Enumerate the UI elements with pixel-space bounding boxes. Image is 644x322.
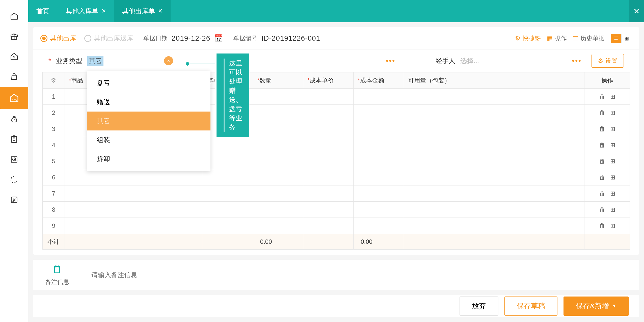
tab-other-out[interactable]: 其他出库单✕ [114,0,171,22]
tab-other-out-label: 其他出库单 [122,7,155,16]
delete-icon[interactable]: 🗑 [599,93,605,100]
col-ops-header: 操作 [584,72,630,89]
nav-bag-icon[interactable] [9,72,19,82]
view-grid-button[interactable]: ▦ [621,34,632,43]
nav-home-icon[interactable] [9,11,19,21]
operation-link[interactable]: ▦操作 [547,34,567,42]
delete-icon[interactable]: 🗑 [599,142,605,149]
remarks-label-col: 🗒 备注信息 [33,260,81,290]
content: 其他出库 其他出库退库 单据日期 2019-12-26 📅 单据编号 ID-20… [28,22,644,322]
nav-clipboard-icon[interactable] [9,134,19,144]
view-toggle: ☰ ▦ [611,34,632,43]
grid-icon: ▦ [547,35,553,42]
row-index: 6 [43,169,65,185]
nav-contacts-icon[interactable] [9,154,19,165]
shortcut-link[interactable]: ⚙快捷键 [515,34,541,42]
col-qty-header: *数量 [253,72,303,89]
required-star: * [48,57,51,65]
tab-other-in-label: 其他入库单 [66,7,98,16]
close-icon[interactable]: ✕ [158,8,163,14]
add-row-icon[interactable]: ⊞ [610,142,615,149]
close-all-icon[interactable]: ✕ [629,0,644,22]
subtotal-qty: 0.00 [253,234,303,250]
row-index: 2 [43,105,65,121]
nav-house-dollar-icon[interactable]: $ [9,51,19,62]
close-icon[interactable]: ✕ [101,8,106,14]
biz-type-field: * 业务类型 其它 盘亏 赠送 其它 组装 拆卸 这里可以处理赠送 [48,56,190,66]
row-index: 7 [43,185,65,202]
more-icon[interactable]: ••• [572,57,581,65]
subtotal-amount: 0.00 [354,234,404,250]
add-row-icon[interactable]: ⊞ [610,222,615,229]
delete-icon[interactable]: 🗑 [599,125,605,132]
doc-no-label: 单据编号 [233,34,257,42]
radio-outbound[interactable]: 其他出库 [40,34,76,43]
discard-button[interactable]: 放弃 [460,297,498,316]
delete-icon[interactable]: 🗑 [599,190,605,197]
delete-icon[interactable]: 🗑 [599,174,605,181]
col-available-header: 可用量（包装） [404,72,584,89]
footer-bar: 放弃 保存草稿 保存&新增▼ [33,295,639,317]
doc-date-value[interactable]: 2019-12-26 [172,34,210,42]
view-list-button[interactable]: ☰ [611,34,621,43]
main-area: 首页 其他入库单✕ 其他出库单✕ ✕ 其他出库 其他出库退库 单据日期 2019… [28,0,644,322]
dropdown-option[interactable]: 赠送 [87,93,210,112]
doc-no-field: 单据编号 ID-20191226-001 [233,34,320,42]
delete-icon[interactable]: 🗑 [599,158,605,165]
nav-gift-icon[interactable] [9,31,19,41]
radio-outbound-return[interactable]: 其他出库退库 [84,34,133,43]
biz-type-dropdown: 盘亏 赠送 其它 组装 拆卸 [87,71,210,171]
dropdown-option[interactable]: 其它 [87,112,210,130]
subtotal-row: 小计 0.00 0.00 [43,234,630,250]
handler-label: 经手人 [436,57,455,65]
handler-input[interactable]: 选择... [460,57,479,65]
tab-home[interactable]: 首页 [28,0,58,22]
history-link[interactable]: ☰历史单据 [573,34,605,42]
doc-no-value: ID-20191226-001 [261,34,320,42]
add-row-icon[interactable]: ⊞ [610,109,615,116]
table-row[interactable]: 8🗑⊞ [43,202,630,218]
shortcut-label: 快捷键 [523,34,541,42]
radio-outbound-return-label: 其他出库退库 [94,34,133,43]
chevron-up-icon[interactable] [164,56,173,65]
calendar-icon[interactable]: 📅 [214,34,223,42]
add-row-icon[interactable]: ⊞ [610,174,615,181]
delete-icon[interactable]: 🗑 [599,222,605,229]
add-row-icon[interactable]: ⊞ [610,125,615,132]
biz-type-input[interactable]: 其它 [87,56,103,66]
svg-text:新: 新 [12,198,16,202]
col-price-header: *成本单价 [303,72,354,89]
dropdown-option[interactable]: 拆卸 [87,149,210,168]
subtotal-label: 小计 [43,234,65,250]
gear-icon: ⚙ [51,77,56,84]
col-amount-header: *成本金额 [354,72,404,89]
table-row[interactable]: 7🗑⊞ [43,185,630,202]
add-row-icon[interactable]: ⊞ [610,190,615,197]
radio-icon [40,35,47,42]
remarks-input[interactable] [81,260,639,290]
nav-loading-icon[interactable] [9,175,19,185]
main-card: 其他出库 其他出库退库 单据日期 2019-12-26 📅 单据编号 ID-20… [33,27,639,255]
delete-icon[interactable]: 🗑 [599,206,605,213]
add-row-icon[interactable]: ⊞ [610,93,615,100]
save-draft-button[interactable]: 保存草稿 [504,297,557,316]
nav-new-icon[interactable]: 新 [9,195,19,205]
doc-date-field: 单据日期 2019-12-26 📅 [143,34,223,42]
dropdown-option[interactable]: 组装 [87,130,210,149]
table-row[interactable]: 9🗑⊞ [43,218,630,234]
add-row-icon[interactable]: ⊞ [610,206,615,213]
more-icon[interactable]: ••• [386,57,395,65]
tab-other-in[interactable]: 其他入库单✕ [58,0,114,22]
nav-warehouse-icon[interactable] [0,87,28,109]
save-new-button[interactable]: 保存&新增▼ [564,297,629,316]
form-row: * 业务类型 其它 盘亏 赠送 其它 组装 拆卸 这里可以处理赠送 [33,49,639,72]
history-label: 历史单据 [580,34,605,42]
dropdown-option[interactable]: 盘亏 [87,74,210,93]
caret-down-icon: ▼ [612,303,616,309]
add-row-icon[interactable]: ⊞ [610,158,615,165]
settings-button[interactable]: ⚙设置 [592,54,624,68]
delete-icon[interactable]: 🗑 [599,109,605,116]
col-gear-header[interactable]: ⚙ [43,72,65,89]
nav-money-bag-icon[interactable]: ¥ [9,114,19,124]
table-row[interactable]: 6🗑⊞ [43,169,630,185]
